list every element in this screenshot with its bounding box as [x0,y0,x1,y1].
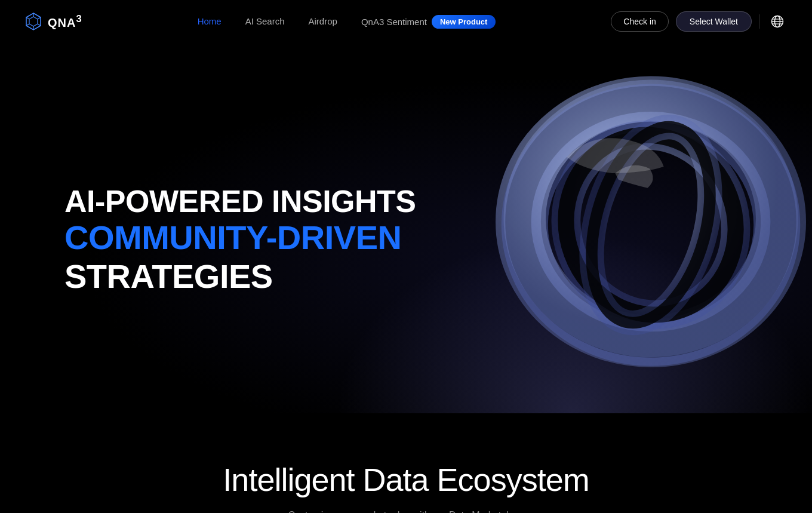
hero-section: AI-POWERED INSIGHTS COMMUNITY-DRIVEN STR… [0,43,812,413]
hero-line3: STRATEGIES [64,257,416,296]
lower-title: Intelligent Data Ecosystem [24,461,788,498]
language-button[interactable] [767,11,788,32]
lower-subtitle: Customize your market edge with our Data… [24,510,788,513]
logo-icon [24,12,43,31]
hero-line1: AI-POWERED INSIGHTS [64,185,416,219]
nav-divider [759,14,759,29]
logo[interactable]: QNA3 [24,12,82,31]
svg-marker-1 [29,17,38,26]
select-wallet-button[interactable]: Select Wallet [676,11,752,32]
hero-line2: COMMUNITY-DRIVEN [64,219,416,257]
nav-item-qna3-sentiment[interactable]: QnA3 Sentiment New Product [361,15,496,29]
nav-item-ai-search[interactable]: AI Search [245,16,285,27]
checkin-button[interactable]: Check in [611,11,668,32]
globe-icon [771,15,784,28]
logo-text: QNA3 [48,13,82,30]
new-product-badge[interactable]: New Product [432,15,496,29]
nav-right: Check in Select Wallet [611,11,788,32]
nav-item-home[interactable]: Home [198,16,222,27]
navbar: QNA3 Home AI Search Airdrop QnA3 Sentime… [0,0,812,43]
hero-3d-object [478,73,812,383]
nav-links: Home AI Search Airdrop QnA3 Sentiment Ne… [198,15,496,29]
hero-content: AI-POWERED INSIGHTS COMMUNITY-DRIVEN STR… [0,161,416,296]
lower-section: Intelligent Data Ecosystem Customize you… [0,413,812,513]
nav-item-airdrop[interactable]: Airdrop [309,16,337,27]
